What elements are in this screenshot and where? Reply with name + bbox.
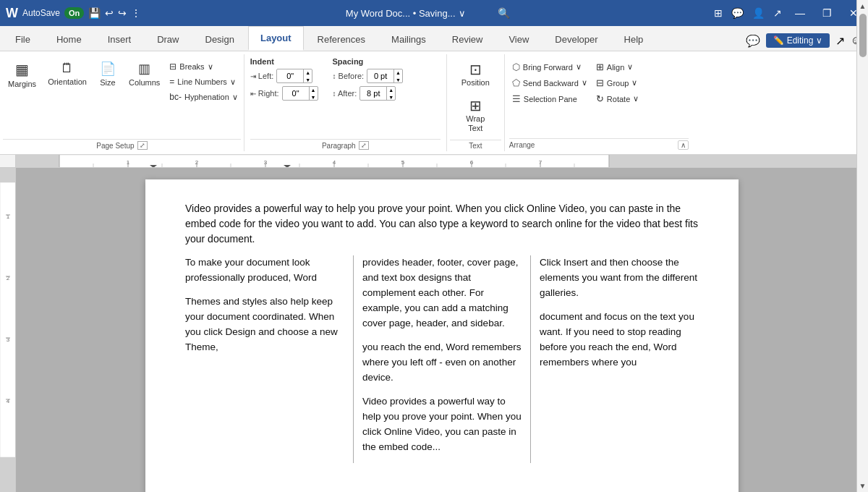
align-button[interactable]: ⊞ Align ∨ (593, 60, 642, 74)
spacing-after-up[interactable]: ▲ (387, 87, 395, 94)
undo-icon[interactable]: ↩ (105, 7, 114, 19)
tab-mailings[interactable]: Mailings (379, 27, 438, 51)
rotate-button[interactable]: ↻ Rotate ∨ (593, 92, 642, 106)
search-icon[interactable]: 🔍 (498, 7, 510, 19)
hyphenation-arrow-icon: ∨ (232, 93, 238, 102)
spacing-before-input[interactable]: ▲ ▼ (367, 69, 403, 83)
maximize-button[interactable]: ❐ (818, 6, 836, 20)
spacing-header: Spacing (333, 57, 403, 66)
tab-design[interactable]: Design (193, 27, 247, 51)
align-icon: ⊞ (596, 62, 604, 72)
position-button[interactable]: ⊡ Position (456, 57, 495, 90)
svg-text:3: 3 (7, 336, 10, 343)
orientation-icon: 🗒 (61, 61, 74, 76)
margins-button[interactable]: ▦ Margins (3, 57, 41, 92)
comments-tab-icon[interactable]: 💬 (746, 34, 760, 48)
user-icon[interactable]: 👤 (752, 7, 765, 19)
redo-icon[interactable]: ↪ (118, 7, 127, 19)
indent-left-arrows[interactable]: ▲ ▼ (303, 69, 312, 82)
group-button[interactable]: ⊟ Group ∨ (593, 76, 642, 90)
spacing-before-arrows[interactable]: ▲ ▼ (393, 69, 402, 82)
page-setup-expand-icon[interactable]: ⤢ (137, 141, 148, 150)
tab-file[interactable]: File (3, 27, 43, 51)
bring-forward-arrow-icon: ∨ (576, 62, 582, 72)
send-backward-button[interactable]: ⬠ Send Backward ∨ (509, 76, 590, 90)
line-numbers-icon: = (169, 77, 174, 87)
minimize-button[interactable]: — (791, 6, 809, 20)
share-icon[interactable]: ↗ (773, 7, 782, 19)
tab-help[interactable]: Help (612, 27, 656, 51)
selection-pane-icon: ☰ (512, 93, 521, 104)
scroll-down-button[interactable]: ▼ (857, 480, 868, 492)
columns-button[interactable]: ▥ Columns (124, 57, 165, 90)
send-backward-arrow-icon: ∨ (582, 78, 587, 88)
title-caret-icon[interactable]: ∨ (459, 8, 466, 19)
tab-view[interactable]: View (496, 27, 541, 51)
indent-right-up[interactable]: ▲ (310, 87, 318, 94)
indent-left-row: ⇥ Left: ▲ ▼ (250, 69, 318, 83)
spacing-after-row: ↕ After: ▲ ▼ (333, 86, 403, 101)
paragraph-expand-icon[interactable]: ⤢ (359, 141, 369, 150)
save-icon[interactable]: 💾 (88, 7, 101, 19)
doc-col3-p1: Click Insert and then choose the element… (540, 255, 699, 301)
ruler-svg: 1 2 3 4 5 6 7 (16, 155, 856, 168)
autosave-toggle[interactable]: On (64, 7, 84, 19)
paragraph-group: Indent ⇥ Left: ▲ ▼ ⇤ Right: (244, 54, 447, 151)
indent-right-input[interactable]: ▲ ▼ (282, 86, 318, 101)
doc-col2-p2: you reach the end, Word remembers where … (362, 340, 522, 386)
comments-icon[interactable]: 💬 (731, 7, 744, 19)
spacing-before-value[interactable] (367, 72, 393, 80)
spacing-after-arrows[interactable]: ▲ ▼ (386, 87, 395, 100)
selection-pane-button[interactable]: ☰ Selection Pane (509, 92, 590, 106)
bring-forward-button[interactable]: ⬡ Bring Forward ∨ (509, 60, 590, 74)
spacing-after-input[interactable]: ▲ ▼ (359, 86, 396, 101)
more-icon[interactable]: ⋮ (131, 7, 141, 19)
title-bar: W AutoSave On 💾 ↩ ↪ ⋮ My Word Doc... • S… (0, 0, 868, 26)
tab-insert[interactable]: Insert (95, 27, 144, 51)
tab-references[interactable]: References (305, 27, 378, 51)
vertical-scrollbar[interactable]: ▲ ▼ (856, 168, 868, 492)
arrange-collapse-icon[interactable]: ∧ (678, 140, 689, 150)
svg-text:2: 2 (7, 275, 10, 281)
spacing-after-value[interactable] (360, 89, 386, 98)
tab-layout[interactable]: Layout (248, 26, 304, 51)
editing-mode-button[interactable]: ✏️ Editing ∨ (766, 33, 829, 48)
share-tab-icon[interactable]: ↗ (835, 34, 845, 48)
breaks-icon: ⊟ (169, 62, 176, 72)
tab-home[interactable]: Home (44, 27, 94, 51)
ribbon-icon[interactable]: ⊞ (714, 7, 723, 19)
line-numbers-button[interactable]: = Line Numbers ∨ (166, 75, 240, 88)
hyphenation-button[interactable]: bc- Hyphenation ∨ (166, 90, 240, 103)
spacing-after-label: ↕ After: (333, 89, 357, 98)
send-backward-icon: ⬠ (512, 77, 520, 88)
spacing-after-down[interactable]: ▼ (387, 94, 395, 101)
tab-review[interactable]: Review (440, 27, 495, 51)
indent-left-up[interactable]: ▲ (304, 69, 312, 77)
indent-left-input[interactable]: ▲ ▼ (276, 69, 312, 83)
spacing-before-up[interactable]: ▲ (394, 69, 402, 77)
spacing-before-down[interactable]: ▼ (394, 77, 402, 84)
size-button[interactable]: 📄 Size (93, 57, 122, 90)
doc-columns-container: To make your document look professionall… (185, 255, 699, 463)
tab-draw[interactable]: Draw (145, 27, 191, 51)
svg-rect-31 (0, 182, 16, 457)
indent-right-down[interactable]: ▼ (310, 94, 318, 101)
indent-right-value[interactable] (283, 89, 309, 98)
spacing-section: Spacing ↕ Before: ▲ ▼ ↕ Aft (333, 57, 403, 137)
document-scroll[interactable]: Video provides a powerful way to help yo… (16, 168, 868, 492)
paragraph-label: Paragraph ⤢ (250, 139, 441, 151)
breaks-button[interactable]: ⊟ Breaks ∨ (166, 60, 240, 73)
indent-left-down[interactable]: ▼ (304, 77, 312, 84)
doc-col1-p1: To make your document look professionall… (185, 255, 344, 286)
wrap-text-button[interactable]: ⊞ WrapText (457, 93, 493, 137)
tab-developer[interactable]: Developer (542, 27, 610, 51)
indent-left-value[interactable] (277, 72, 303, 80)
vertical-ruler: 1 2 3 4 (0, 168, 16, 492)
indent-right-arrows[interactable]: ▲ ▼ (309, 87, 318, 100)
indent-left-label: ⇥ Left: (250, 72, 273, 80)
line-numbers-arrow-icon: ∨ (230, 77, 236, 87)
orientation-button[interactable]: 🗒 Orientation (43, 57, 92, 90)
breaks-arrow-icon: ∨ (208, 62, 213, 72)
autosave-label: AutoSave (22, 8, 60, 18)
tab-right-icons: 💬 ✏️ Editing ∨ ↗ ☺ (740, 30, 868, 51)
